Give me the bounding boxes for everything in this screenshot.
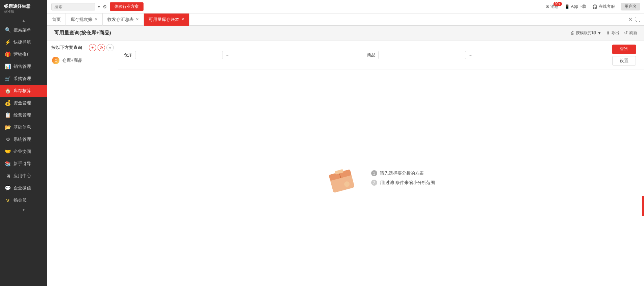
sidebar-item-system[interactable]: ⚙ 系统管理 xyxy=(0,133,47,146)
sidebar-item-marketing[interactable]: 🎁 营销推广 xyxy=(0,48,47,60)
page-header: 可用量查询(按仓库+商品) 🖨 按模板打印 ▼ ⬆ 导出 ↺ 刷新 xyxy=(47,26,644,41)
finance-icon: 💰 xyxy=(5,100,11,106)
trial-button[interactable]: 体验行业方案 xyxy=(110,2,144,11)
tabs-actions: ✕ ⛶ xyxy=(628,16,644,23)
topbar-right: ✉ 消息 99+ 📱 App下载 🎧 在线客服 用户名 xyxy=(546,3,640,10)
tab-available-close[interactable]: ✕ xyxy=(181,17,184,22)
tab-collect[interactable]: 收发存汇总表 ✕ xyxy=(103,14,144,26)
sidebar-item-label: 采购管理 xyxy=(14,76,31,82)
sidebar-item-member[interactable]: V 畅会员 xyxy=(0,194,47,206)
warehouse-label: 仓库 xyxy=(124,52,132,58)
wechat-icon: 💬 xyxy=(5,185,11,191)
operation-icon: 📋 xyxy=(5,112,11,118)
sidebar-item-label: 快捷导航 xyxy=(14,39,31,45)
search-icon: 🔍 xyxy=(5,27,11,33)
filter-add-button[interactable]: + xyxy=(89,44,96,51)
warehouse-dots[interactable]: ··· xyxy=(226,52,230,58)
empty-step2: 2 用[过滤]条件来缩小分析范围 xyxy=(371,180,435,186)
sidebar-scroll-up[interactable]: ▲ xyxy=(0,17,47,24)
top-bar: ▾ ⚙ 体验行业方案 ✉ 消息 99+ 📱 App下载 🎧 在线客服 用户名 xyxy=(47,0,644,14)
sidebar-item-finance[interactable]: 💰 资金管理 xyxy=(0,97,47,109)
settings-button[interactable]: 设置 xyxy=(612,56,636,66)
topbar-gear-icon[interactable]: ⚙ xyxy=(103,4,107,9)
print-button[interactable]: 🖨 按模板打印 ▼ xyxy=(570,30,601,36)
print-label: 按模板打印 xyxy=(576,30,596,36)
page-title: 可用量查询(按仓库+商品) xyxy=(54,30,111,36)
tab-collect-label: 收发存汇总表 xyxy=(107,17,134,23)
sidebar-item-search[interactable]: 🔍 搜索菜单 xyxy=(0,24,47,36)
sidebar-item-label: 资金管理 xyxy=(14,100,31,106)
tab-available[interactable]: 可用量库存账本 ✕ xyxy=(144,14,189,26)
tab-available-label: 可用量库存账本 xyxy=(149,17,179,23)
tab-home-label: 首页 xyxy=(52,17,61,23)
sidebar-item-appstore[interactable]: 🖥 应用中心 xyxy=(0,170,47,182)
sidebar-item-label: 销售管理 xyxy=(14,63,31,70)
system-icon: ⚙ xyxy=(5,136,11,142)
sidebar-item-label: 营销推广 xyxy=(14,51,31,57)
tab-home[interactable]: 首页 xyxy=(47,14,66,26)
goods-filter-group: 商品 ··· xyxy=(367,51,604,59)
app-icon: 📱 xyxy=(565,4,570,9)
sidebar-item-quick-nav[interactable]: ⚡ 快捷导航 xyxy=(0,36,47,48)
filter-panel: 按以下方案查询 + ⊙ « ⊙ 仓库+商品 xyxy=(47,41,118,286)
filter-panel-title: 按以下方案查询 xyxy=(51,45,82,51)
query-button[interactable]: 查询 xyxy=(612,45,636,54)
goods-dots[interactable]: ··· xyxy=(469,52,473,58)
sidebar-item-basic[interactable]: 📂 基础信息 xyxy=(0,121,47,133)
sidebar-item-enterprise[interactable]: 🤝 企业协同 xyxy=(0,146,47,158)
filter-scheme-item[interactable]: ⊙ 仓库+商品 xyxy=(47,54,118,67)
warehouse-input[interactable] xyxy=(135,51,223,59)
app-download-button[interactable]: 📱 App下载 xyxy=(565,4,586,9)
refresh-button[interactable]: ↺ 刷新 xyxy=(624,30,637,36)
user-menu[interactable]: 用户名 xyxy=(621,3,640,10)
refresh-label: 刷新 xyxy=(629,30,637,36)
sidebar-scroll-down[interactable]: ▼ xyxy=(0,206,47,213)
page-header-actions: 🖨 按模板打印 ▼ ⬆ 导出 ↺ 刷新 xyxy=(570,30,637,36)
sales-icon: 📊 xyxy=(5,63,11,70)
goods-input[interactable] xyxy=(378,51,466,59)
tab-collect-close[interactable]: ✕ xyxy=(136,17,139,22)
tab-maximize-button[interactable]: ⛶ xyxy=(635,17,641,23)
filter-panel-header: 按以下方案查询 + ⊙ « xyxy=(47,44,118,54)
export-button[interactable]: ⬆ 导出 xyxy=(606,30,619,36)
step2-text: 用[过滤]条件来缩小分析范围 xyxy=(380,180,435,186)
message-button[interactable]: ✉ 消息 99+ xyxy=(546,4,559,9)
sidebar-item-purchase[interactable]: 🛒 采购管理 xyxy=(0,73,47,85)
sidebar-item-newbie[interactable]: 📚 新手引导 xyxy=(0,158,47,170)
filter-collapse-button[interactable]: « xyxy=(106,44,114,51)
empty-step1: 1 请先选择要分析的方案 xyxy=(371,170,435,176)
logo-title: 畅康通好生意 xyxy=(4,3,43,9)
topbar-dropdown-icon[interactable]: ▾ xyxy=(98,4,100,9)
print-dropdown-icon[interactable]: ▼ xyxy=(597,31,601,35)
scheme-icon: ⊙ xyxy=(52,57,59,64)
message-icon: ✉ xyxy=(546,4,549,9)
right-area: 仓库 ··· 商品 ··· 查询 设置 xyxy=(118,41,644,286)
export-icon: ⬆ xyxy=(606,30,610,35)
newbie-icon: 📚 xyxy=(5,161,11,167)
sidebar-item-wechat[interactable]: 💬 企业微信 xyxy=(0,182,47,194)
member-icon: V xyxy=(5,198,11,203)
filter-actions: 查询 设置 xyxy=(610,45,639,66)
tab-batch-close[interactable]: ✕ xyxy=(95,17,98,22)
sidebar-item-inventory[interactable]: 🏠 库存核算 xyxy=(0,85,47,97)
sidebar-item-operation[interactable]: 📋 经营管理 xyxy=(0,109,47,121)
empty-box-svg xyxy=(324,161,361,199)
sidebar-item-label: 系统管理 xyxy=(14,136,31,142)
tab-batch[interactable]: 库存批次账 ✕ xyxy=(66,14,103,26)
sidebar-item-label: 基础信息 xyxy=(14,124,31,130)
sidebar-item-sales[interactable]: 📊 销售管理 xyxy=(0,60,47,73)
empty-state: 1 请先选择要分析的方案 2 用[过滤]条件来缩小分析范围 xyxy=(118,70,644,286)
export-label: 导出 xyxy=(611,30,619,36)
refresh-icon: ↺ xyxy=(624,30,628,35)
tab-close-all-button[interactable]: ✕ xyxy=(628,16,633,23)
purchase-icon: 🛒 xyxy=(5,76,11,82)
empty-illustration xyxy=(327,161,361,195)
sidebar-logo: 畅康通好生意 标准版 xyxy=(0,0,47,17)
right-edge-scrollbar xyxy=(642,196,644,216)
filter-settings-button[interactable]: ⊙ xyxy=(98,44,105,51)
sidebar-item-label: 畅会员 xyxy=(14,197,27,203)
sidebar-item-label: 新手引导 xyxy=(14,161,31,167)
quick-nav-icon: ⚡ xyxy=(5,39,11,45)
online-service-button[interactable]: 🎧 在线客服 xyxy=(592,4,615,9)
top-search-input[interactable] xyxy=(51,3,95,10)
